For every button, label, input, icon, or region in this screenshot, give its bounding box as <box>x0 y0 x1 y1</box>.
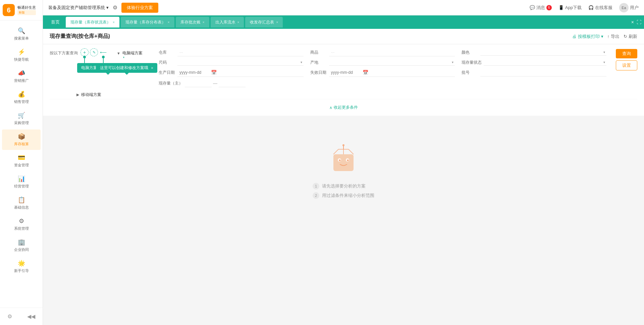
filter-section: 按以下方案查询 + <box>43 44 644 116</box>
scheme-pc-label[interactable]: 电脑端方案 <box>122 50 143 56</box>
stock-status-select[interactable]: ▾ <box>484 59 606 66</box>
expire-date-field[interactable] <box>331 70 361 75</box>
sidebar-item-guide[interactable]: 🌟新手引导 <box>2 256 41 277</box>
collapse-button[interactable]: ∧ 收起更多条件 <box>329 102 358 113</box>
tab-inventory-status-close[interactable]: × <box>113 20 115 24</box>
tab-batch[interactable]: 库存批次账 × <box>176 17 209 28</box>
guide-icon: 🌟 <box>18 260 25 267</box>
refresh-button[interactable]: ↻ 刷新 <box>624 34 637 40</box>
basic-label: 基础信息 <box>14 205 29 210</box>
export-button[interactable]: ↑ 导出 <box>607 34 620 40</box>
app-logo: 6 畅通好生意 标版 <box>0 0 43 20</box>
inventory-label: 库存核算 <box>14 142 29 147</box>
message-button[interactable]: 💬 消息 6 <box>530 5 552 11</box>
sidebar-item-quick[interactable]: ⚡快捷导航 <box>2 45 41 65</box>
edit-scheme-button[interactable]: ✎ <box>90 48 98 56</box>
goods-select[interactable]: ··· <box>329 48 455 56</box>
origin-select-arrow: ▾ <box>452 60 453 64</box>
stock-main-sep: — <box>213 81 217 86</box>
sidebar-item-sales[interactable]: 💰销售管理 <box>2 87 41 108</box>
online-support-button[interactable]: 🎧 在线客服 <box>588 5 612 11</box>
sidebar-item-marketing[interactable]: 📣营销推广 <box>2 66 41 87</box>
topbar-settings-icon[interactable]: ⚙ <box>113 4 117 11</box>
tabbar: 首页 现存量（库存状况表） × 现存量（库存分布表） × 库存批次账 × 出入库… <box>43 15 644 29</box>
tab-collect[interactable]: 收发存汇总表 × <box>245 17 283 28</box>
mobile-scheme-label[interactable]: 移动端方案 <box>81 92 101 98</box>
scheme-mobile-row <box>123 57 143 58</box>
collapse-sidebar-icon[interactable]: ◀◀ <box>26 312 37 321</box>
tab-inout-label: 出入库流水 <box>215 19 235 25</box>
goods-dots: ··· <box>331 50 335 55</box>
tab-inout[interactable]: 出入库流水 × <box>211 17 244 28</box>
sidebar-item-system[interactable]: ⚙系统管理 <box>2 214 41 234</box>
message-icon: 💬 <box>530 5 535 10</box>
expire-date-calendar-icon[interactable]: 📅 <box>363 70 368 75</box>
system-name: 装备及固定资产辅助管理系统 <box>48 5 105 11</box>
tab-inventory-dist[interactable]: 现存量（库存分布表） × <box>121 17 174 28</box>
tab-inventory-dist-close[interactable]: × <box>168 20 170 24</box>
sidebar-item-operation[interactable]: 📊经营管理 <box>2 172 41 192</box>
message-label: 消息 <box>536 5 545 11</box>
tab-collect-close[interactable]: × <box>276 20 278 24</box>
operation-label: 经营管理 <box>14 184 29 189</box>
prod-date-field[interactable] <box>179 70 210 75</box>
sidebar-item-basic[interactable]: 📋基础信息 <box>2 193 41 213</box>
tab-inout-close[interactable]: × <box>237 20 239 24</box>
tooltip2-close[interactable]: × <box>151 66 153 70</box>
empty-state: 1 请先选择要分析的方案 2 用过滤条件来缩小分析范围 <box>43 116 644 226</box>
topbar-left: 装备及固定资产辅助管理系统 ▾ ⚙ 体验行业方案 <box>48 3 158 13</box>
system-selector[interactable]: 装备及固定资产辅助管理系统 ▾ <box>48 5 109 11</box>
tab-expand-icon[interactable]: ⛶ <box>637 19 641 25</box>
batch-no-input[interactable] <box>480 69 606 76</box>
user-menu[interactable]: Ea 用户 <box>619 3 639 12</box>
size-label: 尺码 <box>159 60 175 65</box>
expire-date-input[interactable]: 📅 <box>329 68 455 77</box>
app-download-button[interactable]: 📱 App下载 <box>558 5 582 11</box>
search-icon: 🔍 <box>18 27 25 35</box>
color-label: 颜色 <box>462 50 478 55</box>
enterprise-label: 企业协同 <box>14 247 29 252</box>
tab-close-all-icon[interactable]: × <box>631 19 634 25</box>
query-button[interactable]: 查询 <box>616 49 637 58</box>
tooltip2-container: 这里可以创建和修改方案哦 × <box>96 63 157 73</box>
empty-icon <box>327 143 360 176</box>
filter-field-goods: 商品 ··· <box>310 48 455 56</box>
sidebar-item-finance[interactable]: 💳资金管理 <box>2 151 41 171</box>
tab-inventory-status-label: 现存量（库存状况表） <box>70 19 111 25</box>
warehouse-select[interactable]: ··· <box>177 48 304 56</box>
solution-button[interactable]: 体验行业方案 <box>121 3 158 13</box>
setting-button[interactable]: 设置 <box>616 60 637 70</box>
tip2-num: 2 <box>313 192 319 199</box>
refresh-label: 刷新 <box>629 34 637 40</box>
color-select-arrow: ▾ <box>603 50 605 54</box>
tab-home[interactable]: 首页 <box>46 15 65 29</box>
tab-inventory-status[interactable]: 现存量（库存状况表） × <box>66 17 119 28</box>
system-label: 系统管理 <box>14 226 29 231</box>
size-select[interactable]: ▾ <box>177 59 304 66</box>
scheme-arrow-button[interactable]: ⟵ <box>99 48 107 56</box>
sales-label: 销售管理 <box>14 99 29 104</box>
finance-icon: 💳 <box>18 154 25 161</box>
prod-date-calendar-icon[interactable]: 📅 <box>211 70 217 75</box>
add-scheme-wrapper: + 电脑方案可设为移动方案哦 × <box>80 48 89 56</box>
origin-select[interactable]: ▾ <box>329 59 455 66</box>
settings-bottom-icon[interactable]: ⚙ <box>6 312 13 321</box>
sidebar-item-search[interactable]: 🔍搜索菜单 <box>2 24 41 44</box>
filter-field-size: 尺码 ▾ <box>159 59 304 66</box>
inventory-icon: 📦 <box>18 133 25 140</box>
tooltip2-popup: 这里可以创建和修改方案哦 × <box>96 63 157 73</box>
sidebar-item-purchase[interactable]: 🛒采购管理 <box>2 108 41 129</box>
print-button[interactable]: 🖨 按模板打印 ▾ <box>572 34 603 40</box>
enterprise-icon: 🏢 <box>18 238 25 246</box>
prod-date-input[interactable]: 📅 <box>177 68 304 77</box>
sidebar-item-enterprise[interactable]: 🏢企业协同 <box>2 235 41 256</box>
add-scheme-button[interactable]: + <box>80 48 89 56</box>
tooltip2-text: 这里可以创建和修改方案哦 <box>100 65 148 71</box>
tab-batch-close[interactable]: × <box>203 20 205 24</box>
stock-main-to[interactable] <box>219 79 246 87</box>
goods-label: 商品 <box>310 50 327 55</box>
sidebar-item-inventory[interactable]: 📦库存核算 <box>2 129 41 150</box>
stock-main-from[interactable] <box>185 79 212 87</box>
color-select[interactable]: ▾ <box>480 49 606 56</box>
logo-text-line2: 标版 <box>17 10 36 15</box>
